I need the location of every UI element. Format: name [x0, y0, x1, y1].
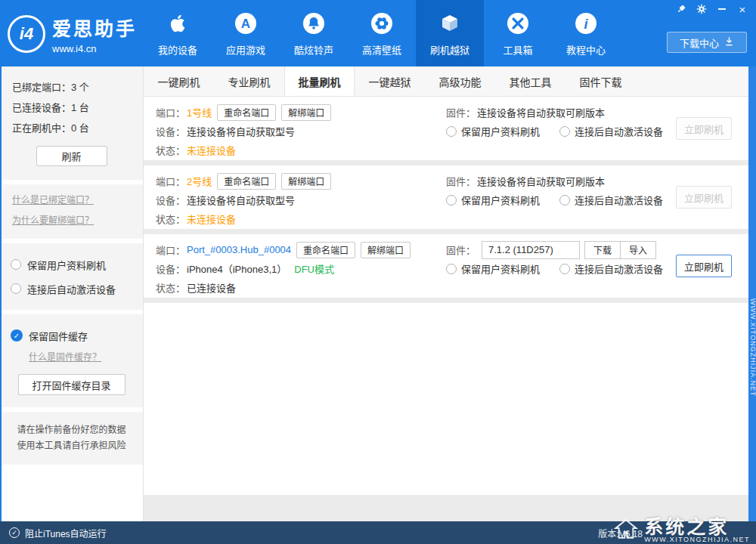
nav-toolbox[interactable]: 工具箱: [484, 0, 552, 66]
tab-advanced-features[interactable]: 高级功能: [425, 66, 495, 96]
flash-now-button[interactable]: 立即刷机: [676, 255, 732, 277]
radio-icon[interactable]: [559, 264, 570, 274]
status-label: 状态：: [156, 143, 185, 157]
stat-connected-devices: 已连接设备：1 台: [12, 97, 131, 118]
check-icon[interactable]: ✓: [9, 527, 20, 538]
footer-bar: ✓ 阻止iTunes自动运行 版本:V6.18: [0, 521, 756, 544]
minimize-button[interactable]: [713, 2, 731, 17]
radio-icon[interactable]: [11, 259, 21, 270]
flash-box-icon: [436, 10, 463, 37]
status-value: 已连接设备: [187, 280, 236, 295]
link-what-is-bound-port[interactable]: 什么是已绑定端口？: [12, 190, 131, 211]
empty-list-area: [144, 303, 748, 495]
link-why-unbind-port[interactable]: 为什么要解绑端口？: [12, 211, 131, 231]
tab-pro-flash[interactable]: 专业刷机: [214, 66, 284, 96]
firmware-cache-section: ✓ 保留固件缓存 什么是固件缓存？ 打开固件缓存目录: [0, 314, 143, 407]
radio-icon[interactable]: [446, 126, 457, 137]
status-value: 未连接设备: [187, 143, 236, 157]
device-label: 设备：: [156, 261, 185, 276]
tab-firmware-download[interactable]: 固件下载: [565, 66, 636, 96]
checked-icon[interactable]: ✓: [11, 329, 23, 342]
firmware-value: 连接设备将自动获取可刷版本: [477, 105, 605, 119]
radio-icon[interactable]: [446, 195, 457, 206]
header: i4 爱思助手 www.i4.cn 我的设备 A 应用游戏: [0, 0, 756, 66]
nav-label: 刷机越狱: [430, 42, 469, 57]
nav-my-devices[interactable]: 我的设备: [144, 0, 212, 66]
port-label: 端口：: [156, 105, 185, 119]
unbind-port-button[interactable]: 解绑端口: [281, 173, 331, 190]
firmware-import-button[interactable]: 导入: [620, 241, 656, 259]
open-cache-dir-button[interactable]: 打开固件缓存目录: [18, 374, 125, 395]
nav-flash-jailbreak[interactable]: 刷机越狱: [416, 0, 484, 66]
flash-now-button[interactable]: 立即刷机: [676, 186, 732, 209]
close-button[interactable]: ×: [733, 2, 751, 17]
i4-logo-icon: i4: [8, 15, 45, 53]
device-row-port-3-connected: 端口： Port_#0003.Hub_#0004 重命名端口 解绑端口 设备： …: [144, 234, 748, 298]
tab-one-click-jailbreak[interactable]: 一键越狱: [355, 66, 425, 96]
tab-one-click-flash[interactable]: 一键刷机: [144, 66, 214, 96]
device-name: iPhone4（iPhone3,1）: [187, 261, 287, 276]
status-label: 状态：: [156, 212, 185, 226]
rename-port-button[interactable]: 重命名端口: [296, 242, 355, 258]
firmware-download-button[interactable]: 下载: [584, 241, 621, 259]
block-itunes-option[interactable]: ✓ 阻止iTunes自动运行: [0, 527, 144, 539]
link-what-is-firmware-cache[interactable]: 什么是固件缓存？: [29, 348, 132, 368]
window-left-border: [0, 66, 2, 521]
radio-icon[interactable]: [559, 195, 570, 206]
app-window: i4 爱思助手 www.i4.cn 我的设备 A 应用游戏: [0, 0, 756, 544]
device-name: 连接设备将自动获取型号: [187, 193, 295, 207]
app-name: 爱思助手: [52, 14, 137, 41]
rename-port-button[interactable]: 重命名端口: [217, 173, 276, 190]
nav-ringtones[interactable]: 酷炫铃声: [280, 0, 348, 66]
rename-port-button[interactable]: 重命名端口: [217, 104, 276, 121]
wallpaper-flower-icon: [368, 10, 395, 37]
nav-wallpapers[interactable]: 高清壁纸: [348, 0, 416, 66]
nav-tutorials[interactable]: i 教程中心: [552, 0, 620, 66]
svg-text:A: A: [241, 17, 250, 31]
help-links-section: 什么是已绑定端口？ 为什么要解绑端口？: [0, 184, 143, 239]
firmware-label: 固件：: [446, 174, 476, 188]
unbind-port-button[interactable]: 解绑端口: [281, 104, 331, 121]
flash-now-button[interactable]: 立即刷机: [676, 117, 732, 140]
info-icon: i: [572, 10, 600, 37]
radio-icon[interactable]: [11, 283, 21, 294]
row-option-keep-user-data[interactable]: 保留用户资料刷机: [446, 193, 540, 207]
status-label: 状态：: [156, 280, 185, 295]
device-label: 设备：: [156, 193, 185, 207]
row-option-keep-user-data[interactable]: 保留用户资料刷机: [446, 124, 540, 138]
unbind-port-button[interactable]: 解绑端口: [361, 242, 411, 258]
option-keep-firmware-cache[interactable]: ✓ 保留固件缓存: [11, 323, 132, 348]
download-icon: [724, 36, 734, 48]
nav-label: 教程中心: [566, 42, 606, 57]
option-keep-user-data[interactable]: 保留用户资料刷机: [11, 252, 132, 277]
main-nav: 我的设备 A 应用游戏 酷炫铃声 高清壁纸: [144, 0, 620, 66]
tab-batch-flash[interactable]: 批量刷机: [284, 66, 355, 96]
nav-label: 酷炫铃声: [294, 42, 333, 57]
row-option-auto-activate[interactable]: 连接后自动激活设备: [559, 261, 663, 276]
apple-icon: [164, 10, 191, 37]
firmware-version-field[interactable]: 7.1.2 (11D257): [482, 241, 580, 259]
stat-bound-ports: 已绑定端口：3 个: [12, 77, 131, 97]
close-icon: ×: [739, 3, 746, 16]
minimize-icon: [718, 8, 726, 10]
tab-other-tools[interactable]: 其他工具: [495, 66, 565, 96]
version-text: 版本:V6.18: [598, 527, 756, 539]
row-option-auto-activate[interactable]: 连接后自动激活设备: [559, 124, 663, 138]
port-label: 端口：: [156, 243, 185, 257]
port-stats-section: 已绑定端口：3 个 已连接设备：1 台 正在刷机中：0 台 刷新: [0, 66, 143, 180]
radio-icon[interactable]: [446, 264, 457, 274]
nav-apps-games[interactable]: A 应用游戏: [212, 0, 280, 66]
settings-gear-button[interactable]: [692, 2, 711, 17]
sidebar: 已绑定端口：3 个 已连接设备：1 台 正在刷机中：0 台 刷新 什么是已绑定端…: [0, 66, 144, 521]
row-option-auto-activate[interactable]: 连接后自动激活设备: [559, 193, 663, 207]
radio-icon[interactable]: [559, 126, 570, 137]
pin-button[interactable]: [672, 2, 690, 17]
firmware-value: 连接设备将自动获取可刷版本: [477, 174, 605, 188]
download-center-button[interactable]: 下载中心: [667, 32, 747, 53]
option-auto-activate[interactable]: 连接后自动激活设备: [11, 277, 132, 301]
app-url: www.i4.cn: [52, 43, 137, 54]
row-option-keep-user-data[interactable]: 保留用户资料刷机: [446, 261, 540, 276]
refresh-button[interactable]: 刷新: [36, 146, 107, 166]
bell-icon: [300, 10, 327, 37]
device-name: 连接设备将自动获取型号: [187, 124, 295, 138]
